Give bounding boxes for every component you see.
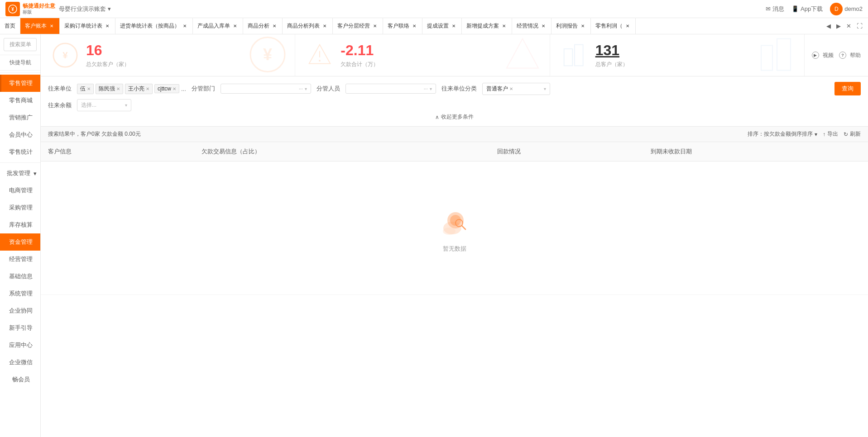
tab-new-raise[interactable]: 新增提成方案 ✕ [462,18,512,34]
tab-production[interactable]: 产成品入库单 ✕ [193,18,243,34]
msg-label: 消息 [772,5,784,13]
svg-point-8 [319,60,321,62]
tab-home[interactable]: 首页 [0,18,20,34]
filter-tag-chen-remove[interactable]: ✕ [116,86,120,91]
app-btn[interactable]: 📱 App下载 [791,5,823,13]
unit-type-remove[interactable]: ✕ [509,86,513,91]
quick-nav-btn[interactable]: 快捷导航 [0,55,40,71]
search-menu-btn[interactable]: 搜索菜单 [4,38,37,51]
tab-goods-list[interactable]: 商品分析列表 ✕ [283,18,333,34]
sidebar-item-enterprise-wechat[interactable]: 企业微信 [0,354,40,371]
tab-customer-tier[interactable]: 客户分层经营 ✕ [333,18,383,34]
stat-content-1: 16 总欠款客户（家） [86,42,129,68]
sidebar-item-marketing[interactable]: 营销推广 [0,109,40,126]
sidebar-item-purchase[interactable]: 采购管理 [0,199,40,216]
tab-purchase-close[interactable]: ✕ [104,23,110,29]
sidebar-item-new-guide[interactable]: 新手引导 [0,319,40,337]
tab-goods-list-close[interactable]: ✕ [321,23,328,29]
balance-label: 往来余额 [48,101,72,109]
sort-select[interactable]: 排序：按欠款金额倒序排序 ▾ [748,130,817,138]
tab-profit-close[interactable]: ✕ [580,23,586,29]
sidebar-item-member[interactable]: 会员中心 [0,126,40,143]
sidebar-item-basic-info-label: 基础信息 [9,273,33,280]
tab-purchase-orders-label: 采购订单统计表 [64,22,102,30]
sidebar-item-system[interactable]: 系统管理 [0,285,40,302]
tab-raise-settings[interactable]: 提成设置 ✕ [422,18,462,34]
refresh-btn[interactable]: ↻ 刷新 [844,130,861,138]
stat-card-total-customers: 131 总客户（家） [550,34,805,76]
tab-production-close[interactable]: ✕ [232,23,238,29]
tab-operations[interactable]: 经营情况 ✕ [512,18,551,34]
filter-tag-wu-remove[interactable]: ✕ [87,86,91,91]
tab-customers-close[interactable]: ✕ [48,23,55,29]
export-btn[interactable]: ↑ 导出 [823,130,838,138]
main-layout: 搜索菜单 快捷导航 零售管理 零售商城 营销推广 会员中心 零售统计 批发管理 … [0,34,868,437]
tab-retail-profit[interactable]: 零售利润（ ✕ [591,18,636,34]
tab-purchase-orders[interactable]: 采购订单统计表 ✕ [60,18,115,34]
person-select[interactable]: ··· ▾ [345,84,436,94]
sidebar-item-enterprise-coop[interactable]: 企业协同 [0,302,40,319]
data-table: 客户信息 欠款交易信息（占比） 回款情况 到期未收款日期 [41,142,868,295]
help-btn[interactable]: ? 帮助 [839,52,861,59]
refresh-label: 刷新 [850,130,861,138]
sidebar-item-app-center[interactable]: 应用中心 [0,337,40,354]
tab-instock-close[interactable]: ✕ [182,23,188,29]
msg-icon: ✉ [766,5,771,12]
tabs-fullscreen[interactable]: ⛶ [855,21,864,31]
person-caret: ▾ [430,86,432,91]
tabs-next-arrow[interactable]: ▶ [834,21,843,31]
stat-label-total-customers: 总客户（家） [595,61,628,68]
tab-goods-analysis-close[interactable]: ✕ [271,23,278,29]
company-dropdown[interactable]: 母婴行业演示账套 ▾ [59,5,111,13]
tab-instock[interactable]: 进货单统计表（按商品） ✕ [115,18,193,34]
tab-customer-contact[interactable]: 客户联络 ✕ [383,18,422,34]
tab-customer-contact-close[interactable]: ✕ [411,23,417,29]
sidebar-item-vip[interactable]: 畅会员 [0,371,40,388]
sidebar-item-inventory[interactable]: 库存核算 [0,216,40,233]
tabs-close-all[interactable]: ✕ [844,21,853,31]
collapse-btn[interactable]: ∧ 收起更多条件 [48,113,861,121]
nav-tabs-nav: ◀ ▶ ✕ ⛶ [821,18,868,34]
stat-value-arrears-customers: 16 [86,42,129,59]
sidebar-item-retail-mall[interactable]: 零售商城 [0,92,40,109]
msg-btn[interactable]: ✉ 消息 [766,5,784,13]
filter-tag-wang-remove[interactable]: ✕ [146,86,149,91]
tab-profit-report[interactable]: 利润报告 ✕ [551,18,591,34]
tab-raise-settings-close[interactable]: ✕ [451,23,457,29]
sidebar-item-operations-mgmt[interactable]: 经营管理 [0,251,40,268]
refresh-icon: ↻ [844,131,848,138]
tab-customer-tier-close[interactable]: ✕ [372,23,378,29]
stat-value-total-customers: 131 [595,42,628,59]
top-bar: ¥ 畅捷通好生意 标版 母婴行业演示账套 ▾ ✉ 消息 📱 App下载 D de… [0,0,868,18]
avatar: D [830,3,843,15]
tabs-prev-arrow[interactable]: ◀ [825,21,833,31]
table-body: 暂无数据 [41,162,868,295]
sidebar-item-retail-stats[interactable]: 零售统计 [0,143,40,161]
tab-customer-tier-label: 客户分层经营 [337,22,370,30]
user-area[interactable]: D demo2 [830,3,863,15]
query-btn[interactable]: 查询 [834,82,861,95]
empty-state: 暂无数据 [48,167,861,289]
tab-retail-profit-close[interactable]: ✕ [624,23,631,29]
th-repay-info: 回款情况 [490,142,643,162]
stat-content-3: 131 总客户（家） [595,42,628,68]
logo-area: ¥ 畅捷通好生意 标版 [5,2,55,16]
dept-select[interactable]: ··· ▾ [221,84,311,94]
sidebar-item-retail-mgmt[interactable]: 零售管理 [0,75,40,92]
filter-tag-cj-remove[interactable]: ✕ [173,86,176,91]
sidebar-item-system-label: 系统管理 [9,290,33,297]
sidebar-item-finance[interactable]: 资金管理 [0,233,40,251]
tab-customers[interactable]: 客户账本 ✕ [20,18,60,34]
stat-bg-3 [759,37,795,74]
content-area: ¥ 16 总欠款客户（家） ¥ [41,34,868,437]
video-help-btn[interactable]: ▶ 视频 [812,52,834,59]
unit-type-select[interactable]: 普通客户 ✕ ▾ [482,83,550,95]
tab-operations-close[interactable]: ✕ [540,23,547,29]
sidebar-item-batch-mgmt[interactable]: 批发管理 ▾ [0,165,40,182]
sidebar-item-ecommerce[interactable]: 电商管理 [0,182,40,199]
tab-new-raise-close[interactable]: ✕ [501,23,507,29]
sidebar-item-basic-info[interactable]: 基础信息 [0,268,40,285]
tab-goods-analysis[interactable]: 商品分析 ✕ [243,18,283,34]
filter-more-tags[interactable]: ... [181,86,186,92]
balance-select[interactable]: 选择... ▾ [77,99,131,111]
